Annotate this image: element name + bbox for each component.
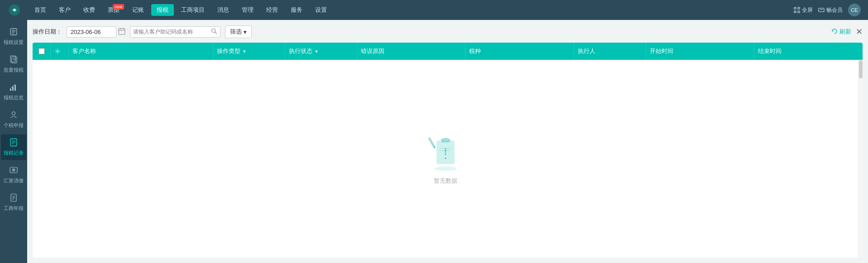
th-tax-type: 税种 bbox=[465, 43, 574, 60]
th-client-name: 客户名称 bbox=[69, 43, 213, 60]
scrollbar-track[interactable] bbox=[858, 60, 863, 258]
nav-right: 全屏 畅会员 CE bbox=[794, 4, 861, 16]
sidebar-item-annual-report[interactable]: 工商年报 bbox=[1, 190, 26, 215]
svg-point-1 bbox=[13, 9, 15, 11]
tax-record-icon bbox=[9, 138, 18, 148]
table-header: 客户名称 操作类型 ▼ 执行状态 ▼ 错误原因 税种 执行人 bbox=[33, 43, 863, 60]
nav-menu: 首页 客户 收费 票据 new 记账 报税 工商项目 消息 管理 经营 服务 设… bbox=[29, 4, 794, 16]
sidebar-label-personal-tax: 个税申报 bbox=[4, 122, 24, 129]
invoice-badge: new bbox=[113, 4, 124, 10]
nav-invoice[interactable]: 票据 new bbox=[102, 4, 125, 16]
sidebar-label-batch-tax: 批量报税 bbox=[4, 67, 24, 73]
nav-tax[interactable]: 报税 bbox=[151, 4, 174, 16]
sidebar-label-tax-settings: 报税设置 bbox=[4, 39, 24, 46]
svg-line-37 bbox=[215, 32, 217, 34]
nav-client[interactable]: 客户 bbox=[53, 4, 76, 16]
sidebar-label-annual-report: 工商年报 bbox=[4, 205, 24, 212]
nav-message[interactable]: 消息 bbox=[212, 4, 235, 16]
sidebar-label-tax-record: 报税记录 bbox=[4, 150, 24, 156]
tax-settings-icon bbox=[9, 27, 18, 38]
filter-button[interactable]: 筛选 ▾ bbox=[225, 25, 252, 38]
sidebar-item-batch-tax[interactable]: 批量报税 bbox=[1, 51, 26, 77]
th-end-time: 结束时间 bbox=[754, 43, 863, 60]
top-navigation: 首页 客户 收费 票据 new 记账 报税 工商项目 消息 管理 经营 服务 设… bbox=[0, 0, 868, 20]
svg-rect-2 bbox=[794, 7, 796, 9]
table-body: ! 暂无数据 bbox=[33, 60, 858, 258]
fullscreen-button[interactable]: 全屏 bbox=[794, 6, 813, 14]
sidebar-label-settlement: 汇算清缴 bbox=[4, 177, 24, 184]
svg-point-19 bbox=[12, 112, 15, 115]
search-input[interactable] bbox=[133, 29, 211, 35]
toolbar: 操作日期： 筛选 ▾ 刷新 bbox=[33, 25, 863, 38]
search-box bbox=[130, 26, 221, 38]
th-op-type[interactable]: 操作类型 ▼ bbox=[213, 43, 285, 60]
sidebar-item-settlement[interactable]: 汇算清缴 bbox=[1, 162, 26, 188]
nav-settings[interactable]: 设置 bbox=[310, 4, 332, 16]
svg-rect-6 bbox=[819, 8, 824, 12]
sidebar-label-tax-summary: 报税总览 bbox=[4, 94, 24, 101]
svg-point-36 bbox=[212, 29, 216, 32]
chevron-down-icon: ▾ bbox=[244, 29, 247, 35]
personal-tax-icon bbox=[9, 110, 18, 121]
scrollbar-thumb[interactable] bbox=[859, 60, 863, 78]
nav-manage[interactable]: 管理 bbox=[236, 4, 259, 16]
nav-home[interactable]: 首页 bbox=[29, 4, 52, 16]
svg-rect-16 bbox=[10, 88, 11, 91]
app-logo[interactable] bbox=[7, 3, 22, 17]
nav-business[interactable]: 工商项目 bbox=[176, 4, 210, 16]
svg-rect-32 bbox=[119, 29, 125, 34]
th-executor: 执行人 bbox=[574, 43, 646, 60]
th-error-reason: 错误原因 bbox=[357, 43, 465, 60]
tax-summary-icon bbox=[9, 83, 18, 93]
calendar-icon[interactable] bbox=[118, 28, 125, 36]
date-field[interactable] bbox=[67, 26, 116, 38]
refresh-button[interactable]: 刷新 bbox=[831, 28, 851, 36]
nav-finance[interactable]: 经营 bbox=[261, 4, 283, 16]
th-start-time: 开始时间 bbox=[646, 43, 754, 60]
date-label: 操作日期： bbox=[33, 28, 62, 36]
th-settings[interactable] bbox=[51, 43, 69, 60]
empty-illustration: ! bbox=[425, 132, 466, 173]
svg-rect-4 bbox=[794, 11, 796, 13]
refresh-icon bbox=[831, 28, 838, 36]
exec-status-sort-icon: ▼ bbox=[314, 49, 319, 54]
op-type-sort-icon: ▼ bbox=[242, 49, 247, 54]
annual-report-icon bbox=[9, 193, 18, 204]
svg-rect-45 bbox=[443, 138, 448, 141]
th-checkbox[interactable] bbox=[33, 43, 51, 60]
content-area: 操作日期： 筛选 ▾ 刷新 bbox=[27, 20, 868, 263]
batch-tax-icon bbox=[9, 55, 18, 65]
empty-state-container: ! 暂无数据 bbox=[33, 60, 858, 258]
sidebar-item-tax-record[interactable]: 报税记录 bbox=[1, 134, 26, 160]
svg-rect-3 bbox=[798, 7, 800, 9]
empty-text: 暂无数据 bbox=[434, 177, 457, 185]
svg-point-38 bbox=[57, 50, 58, 52]
select-all-checkbox[interactable] bbox=[38, 48, 45, 54]
close-button[interactable]: ✕ bbox=[856, 28, 863, 36]
empty-state: ! 暂无数据 bbox=[416, 123, 475, 194]
nav-billing[interactable]: 收费 bbox=[78, 4, 101, 16]
main-layout: 报税设置 批量报税 报税总览 个税申报 报税记录 bbox=[0, 20, 868, 263]
svg-text:!: ! bbox=[444, 146, 447, 157]
nav-accounts[interactable]: 记账 bbox=[127, 4, 149, 16]
svg-point-39 bbox=[434, 166, 457, 171]
sidebar-item-tax-summary[interactable]: 报税总览 bbox=[1, 79, 26, 105]
date-input-group bbox=[67, 26, 125, 38]
nav-service[interactable]: 服务 bbox=[285, 4, 308, 16]
sidebar-item-personal-tax[interactable]: 个税申报 bbox=[1, 107, 26, 132]
sidebar: 报税设置 批量报税 报税总览 个税申报 报税记录 bbox=[0, 20, 27, 263]
svg-point-47 bbox=[445, 157, 446, 159]
user-avatar[interactable]: CE bbox=[848, 4, 861, 16]
table-container: 客户名称 操作类型 ▼ 执行状态 ▼ 错误原因 税种 执行人 bbox=[33, 43, 863, 258]
table-body-area: ! 暂无数据 bbox=[33, 60, 863, 258]
svg-rect-17 bbox=[12, 87, 14, 91]
settlement-icon bbox=[9, 166, 18, 176]
svg-rect-5 bbox=[798, 11, 800, 13]
member-button[interactable]: 畅会员 bbox=[818, 6, 843, 14]
search-icon[interactable] bbox=[211, 28, 217, 36]
th-exec-status[interactable]: 执行状态 ▼ bbox=[285, 43, 357, 60]
sidebar-item-tax-settings[interactable]: 报税设置 bbox=[1, 24, 26, 49]
svg-rect-18 bbox=[14, 85, 16, 91]
